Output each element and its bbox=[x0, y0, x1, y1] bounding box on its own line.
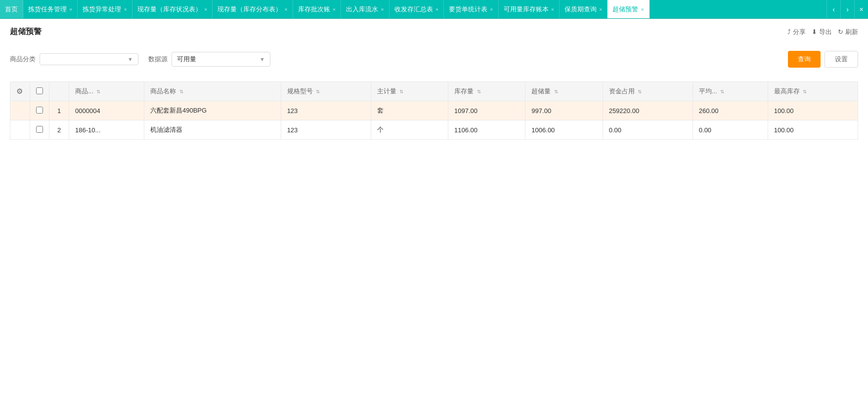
nav-label-abnormal: 拣货异常处理 bbox=[83, 5, 121, 14]
select-all-checkbox[interactable] bbox=[36, 87, 43, 94]
nav-close-summary[interactable]: × bbox=[435, 6, 438, 12]
td-code-0: 0000004 bbox=[69, 101, 144, 120]
th-capital-sort-icon: ⇅ bbox=[638, 89, 642, 94]
header-actions: ⤴ 分享 ⬇ 导出 ↻ 刷新 bbox=[787, 28, 858, 37]
td-unit-1: 个 bbox=[371, 120, 448, 140]
nav-next-arrow[interactable]: › bbox=[840, 0, 854, 19]
nav-item-batch[interactable]: 库存批次账 × bbox=[293, 0, 341, 19]
th-unit[interactable]: 主计量 ⇅ bbox=[371, 82, 448, 101]
nav-prev-arrow[interactable]: ‹ bbox=[826, 0, 840, 19]
share-icon: ⤴ bbox=[787, 28, 791, 36]
nav-item-expiry[interactable]: 保质期查询 × bbox=[560, 0, 608, 19]
th-stock-label: 库存量 bbox=[454, 87, 474, 95]
nav-label-overstock: 超储预警 bbox=[612, 5, 638, 14]
nav-close-avail-stock[interactable]: × bbox=[551, 6, 554, 12]
nav-label-flow: 出入库流水 bbox=[346, 5, 378, 14]
query-button[interactable]: 查询 bbox=[788, 51, 821, 68]
nav-label-expiry: 保质期查询 bbox=[564, 5, 597, 14]
td-num-0: 1 bbox=[49, 101, 69, 120]
td-num-1: 2 bbox=[49, 120, 69, 140]
td-settings-1 bbox=[10, 120, 30, 140]
share-label: 分享 bbox=[793, 28, 806, 37]
th-unit-label: 主计量 bbox=[377, 87, 396, 95]
th-maxstock[interactable]: 最高库存 ⇅ bbox=[768, 82, 858, 101]
nav-item-abnormal[interactable]: 拣货异常处理 × bbox=[78, 0, 132, 19]
table-header-row: ⚙ 商品... ⇅ 商品名称 ⇅ 规格型号 ⇅ bbox=[10, 82, 858, 101]
nav-close-stock-dist[interactable]: × bbox=[284, 6, 287, 12]
filter-area: 商品分类 ▼ 数据源 可用量 ▼ 查询 设置 bbox=[10, 45, 858, 74]
nav-label-summary: 收发存汇总表 bbox=[394, 5, 433, 14]
refresh-button[interactable]: ↻ 刷新 bbox=[838, 28, 858, 37]
row-checkbox-1[interactable] bbox=[36, 126, 43, 133]
page-content: 超储预警 ⤴ 分享 ⬇ 导出 ↻ 刷新 商品分类 ▼ 数据源 bbox=[0, 19, 868, 395]
th-code-sort-icon: ⇅ bbox=[96, 89, 100, 94]
th-overstock[interactable]: 超储量 ⇅ bbox=[525, 82, 603, 101]
td-name-0: 六配套新昌490BPG bbox=[144, 101, 281, 120]
nav-close-overstock[interactable]: × bbox=[641, 6, 644, 12]
td-checkbox-1[interactable] bbox=[30, 120, 49, 140]
th-avg-sort-icon: ⇅ bbox=[720, 89, 724, 94]
th-spec-sort-icon: ⇅ bbox=[316, 89, 320, 94]
nav-item-home[interactable]: 首页 bbox=[0, 0, 23, 19]
nav-close-batch[interactable]: × bbox=[333, 6, 336, 12]
category-filter-group: 商品分类 ▼ bbox=[10, 53, 138, 65]
th-name-sort-icon: ⇅ bbox=[179, 89, 183, 94]
th-spec-label: 规格型号 bbox=[287, 87, 313, 95]
nav-close-expiry[interactable]: × bbox=[599, 6, 602, 12]
td-name-1: 机油滤清器 bbox=[144, 120, 281, 140]
category-select[interactable]: ▼ bbox=[40, 53, 138, 65]
th-settings[interactable]: ⚙ bbox=[10, 82, 30, 101]
th-code[interactable]: 商品... ⇅ bbox=[69, 82, 144, 101]
share-button[interactable]: ⤴ 分享 bbox=[787, 28, 806, 37]
nav-item-stock-status[interactable]: 现存量（库存状况表） × bbox=[132, 0, 213, 19]
nav-item-task[interactable]: 拣货任务管理 × bbox=[23, 0, 78, 19]
th-checkbox[interactable] bbox=[30, 82, 49, 101]
th-avg-label: 平均... bbox=[699, 87, 717, 95]
refresh-label: 刷新 bbox=[845, 28, 858, 37]
th-avg[interactable]: 平均... ⇅ bbox=[693, 82, 768, 101]
td-capital-1: 0.00 bbox=[603, 120, 693, 140]
nav-close-abnormal[interactable]: × bbox=[124, 6, 127, 12]
nav-item-summary[interactable]: 收发存汇总表 × bbox=[390, 0, 444, 19]
nav-label-home: 首页 bbox=[5, 5, 18, 14]
td-capital-0: 259220.00 bbox=[603, 101, 693, 120]
nav-close-stock-status[interactable]: × bbox=[204, 6, 207, 12]
nav-bar: 首页 拣货任务管理 × 拣货异常处理 × 现存量（库存状况表） × 现存量（库存… bbox=[0, 0, 868, 19]
row-checkbox-0[interactable] bbox=[36, 107, 43, 114]
nav-label-stock-status: 现存量（库存状况表） bbox=[137, 5, 202, 14]
nav-close-task[interactable]: × bbox=[69, 6, 72, 12]
datasource-filter-label: 数据源 bbox=[148, 55, 168, 64]
th-stock-sort-icon: ⇅ bbox=[477, 89, 481, 94]
th-maxstock-sort-icon: ⇅ bbox=[803, 89, 807, 94]
table-row: 2 186-10... 机油滤清器 123 个 1106.00 1006.00 … bbox=[10, 120, 858, 140]
datasource-filter-group: 数据源 可用量 ▼ bbox=[148, 52, 270, 67]
th-code-label: 商品... bbox=[75, 87, 93, 95]
td-stock-0: 1097.00 bbox=[448, 101, 525, 120]
nav-close-all[interactable]: × bbox=[854, 0, 868, 19]
export-icon: ⬇ bbox=[812, 28, 817, 36]
nav-close-order-stat[interactable]: × bbox=[490, 6, 493, 12]
datasource-select-value: 可用量 bbox=[177, 55, 196, 64]
th-name[interactable]: 商品名称 ⇅ bbox=[144, 82, 281, 101]
nav-item-avail-stock[interactable]: 可用量库存账本 × bbox=[499, 0, 560, 19]
th-stock[interactable]: 库存量 ⇅ bbox=[448, 82, 525, 101]
export-button[interactable]: ⬇ 导出 bbox=[812, 28, 832, 37]
settings-gear-icon[interactable]: ⚙ bbox=[16, 87, 23, 95]
refresh-icon: ↻ bbox=[838, 28, 843, 36]
th-capital[interactable]: 资金占用 ⇅ bbox=[603, 82, 693, 101]
td-stock-1: 1106.00 bbox=[448, 120, 525, 140]
nav-close-flow[interactable]: × bbox=[381, 6, 384, 12]
nav-item-order-stat[interactable]: 要货单统计表 × bbox=[444, 0, 498, 19]
nav-label-order-stat: 要货单统计表 bbox=[449, 5, 487, 14]
th-spec[interactable]: 规格型号 ⇅ bbox=[281, 82, 371, 101]
td-checkbox-0[interactable] bbox=[30, 101, 49, 120]
nav-item-stock-dist[interactable]: 现存量（库存分布表） × bbox=[213, 0, 293, 19]
td-overstock-1: 1006.00 bbox=[525, 120, 603, 140]
nav-item-flow[interactable]: 出入库流水 × bbox=[341, 0, 389, 19]
settings-button[interactable]: 设置 bbox=[825, 51, 858, 68]
nav-item-overstock[interactable]: 超储预警 × bbox=[608, 0, 649, 19]
datasource-select[interactable]: 可用量 ▼ bbox=[172, 52, 270, 67]
nav-label-avail-stock: 可用量库存账本 bbox=[504, 5, 549, 14]
th-overstock-label: 超储量 bbox=[531, 87, 551, 95]
data-table: ⚙ 商品... ⇅ 商品名称 ⇅ 规格型号 ⇅ bbox=[10, 81, 858, 140]
